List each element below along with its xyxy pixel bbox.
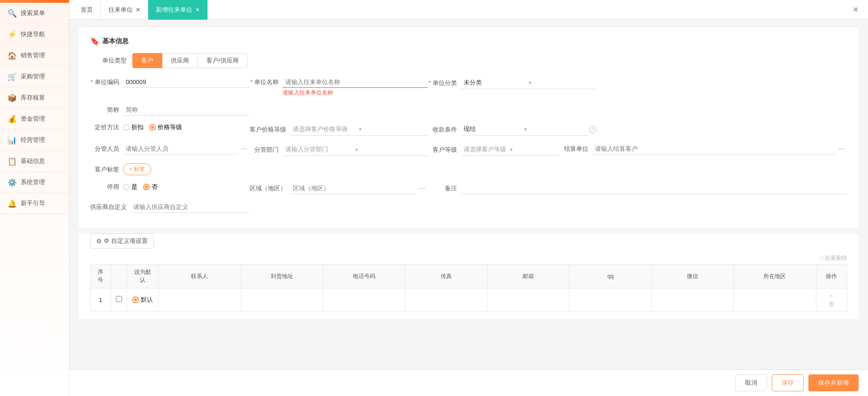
delete-row-icon[interactable]: 🗑 [826,300,837,308]
field-price-level: 客户价格等级 请选择客户价格等级 ▾ [250,123,428,136]
radio-discount[interactable]: 折扣 [123,123,144,132]
radio-yes[interactable]: 是 [123,183,137,191]
payment-terms-select[interactable]: 现结 ▾ [461,123,587,136]
pricing-radio-group: 折扣 价格等级 [123,123,182,132]
tab-home[interactable]: 首页 [73,0,101,20]
field-tag: 客户标签 + 标签 [90,163,847,175]
sidebar-item-newbie[interactable]: 🔔 新手引导 [0,193,69,214]
row-checkbox[interactable] [116,296,122,302]
cell-qq[interactable] [570,288,652,311]
add-tag-button[interactable]: + 标签 [123,163,151,175]
abbr-label: 简称 [90,106,123,114]
settlement-label: 结算单位 [559,145,592,153]
col-seq: 序号 [91,264,111,288]
customer-level-select[interactable]: 请选择客户等级 ▾ [461,143,559,156]
sidebar-item-operations[interactable]: 📊 经营管理 [0,130,69,151]
cell-checkbox[interactable] [111,288,127,311]
region-input[interactable] [290,183,416,194]
code-input[interactable] [123,77,250,88]
sidebar-item-finance[interactable]: 💰 资金管理 [0,109,69,130]
window-close-button[interactable]: ✕ [847,5,864,14]
category-label: 单位分类 [428,79,461,87]
payment-terms-value: 现结 [464,125,524,133]
inventory-icon: 📦 [8,93,17,102]
category-select[interactable]: 未分类 ▾ [461,77,597,89]
field-customer-level: 客户等级 请选择客户等级 ▾ [428,143,559,156]
section-icon: 🔖 [90,37,99,46]
department-label: 分管部门 [250,146,282,154]
cell-email[interactable] [487,288,569,311]
qq-input[interactable] [574,296,647,303]
sidebar-item-sales[interactable]: 🏠 销售管理 [0,45,69,66]
sidebar-item-inventory[interactable]: 📦 库存核算 [0,87,69,109]
field-code: 单位编码 [90,77,250,88]
sidebar-item-basicinfo[interactable]: 📋 基础信息 [0,151,69,172]
price-level-select[interactable]: 请选择客户价格等级 ▾ [290,123,428,136]
custom-settings-button[interactable]: ⚙ ⚙ 自定义项设置 [90,233,154,248]
radio-price-level-label: 价格等级 [158,123,182,132]
sidebar-item-purchase[interactable]: 🛒 采购管理 [0,66,69,87]
email-input[interactable] [492,296,564,303]
cell-wechat[interactable] [652,288,734,311]
settlement-more-icon[interactable]: ··· [836,145,847,153]
radio-discount-label: 折扣 [131,123,144,132]
section-title: 基本信息 [102,37,129,46]
region-more-icon[interactable]: ··· [416,184,428,193]
batch-delete-btn[interactable]: □ 批量删除 [90,254,847,262]
tab-new-partner-close[interactable]: ✕ [195,7,200,13]
fax-input[interactable] [410,296,482,303]
contact-input[interactable] [163,296,236,303]
payment-terms-help-icon[interactable]: ? [589,126,597,133]
field-supplier-custom: 供应商自定义 [90,202,250,213]
tag-label: 客户标签 [90,165,123,174]
radio-no[interactable]: 否 [143,183,158,191]
save-new-button[interactable]: 保存并新增 [808,374,859,391]
cell-address[interactable] [241,288,323,311]
settlement-input[interactable] [592,143,836,155]
disabled-label: 停用 [90,183,123,191]
sidebar-item-system[interactable]: ⚙️ 系统管理 [0,172,69,193]
department-arrow-icon: ▾ [355,147,425,153]
tab-partners[interactable]: 往来单位 ✕ [101,0,148,20]
sidebar: 🔍 搜索菜单 ⚡ 快捷导航 🏠 销售管理 🛒 采购管理 📦 库存核算 💰 资金管… [0,0,69,396]
sidebar-item-search[interactable]: 🔍 搜索菜单 [0,3,69,24]
type-btn-supplier[interactable]: 供应商 [162,53,198,68]
cell-fax[interactable] [405,288,487,311]
supplier-custom-input[interactable] [130,202,250,213]
region-row-input[interactable] [739,296,811,303]
add-row-icon[interactable]: ＋ [826,292,837,299]
cell-region[interactable] [734,288,816,311]
default-radio[interactable]: 默认 [132,295,153,304]
cell-phone[interactable] [323,288,405,311]
manager-input[interactable] [123,143,238,155]
field-disabled: 停用 是 否 [90,183,250,191]
type-btn-both[interactable]: 客户/供应商 [198,53,248,68]
supplier-custom-label: 供应商自定义 [90,203,130,211]
field-name: 单位名称 请输入往来单位名称 [250,77,428,97]
phone-input[interactable] [328,296,400,303]
wechat-input[interactable] [656,296,729,303]
sidebar-item-label: 新手引导 [21,199,45,208]
field-region: 区域（地区） ··· [250,183,428,194]
tab-new-partner[interactable]: 新增往来单位 ✕ [148,0,208,20]
abbr-input[interactable] [123,104,250,116]
tab-partners-close[interactable]: ✕ [136,7,140,13]
col-action: 操作 [816,264,847,288]
col-address: 到货地址 [241,264,323,288]
radio-price-level[interactable]: 价格等级 [149,123,182,132]
sidebar-item-label: 销售管理 [21,51,45,60]
manager-more-icon[interactable]: ··· [238,145,250,153]
notes-input[interactable] [461,183,847,194]
address-input[interactable] [246,296,318,303]
sidebar-item-quicknav[interactable]: ⚡ 快捷导航 [0,24,69,45]
cell-contact[interactable] [159,288,241,311]
customer-level-placeholder: 请选择客户等级 [464,145,510,154]
tabbar: 首页 往来单位 ✕ 新增往来单位 ✕ ✕ [69,0,868,20]
save-button[interactable]: 保存 [772,374,804,391]
type-btn-customer[interactable]: 客户 [132,53,162,68]
price-level-arrow-icon: ▾ [359,126,425,132]
name-input[interactable] [282,77,428,88]
col-region: 所在地区 [734,264,816,288]
department-select[interactable]: 请输入分管部门 ▾ [282,143,428,156]
cancel-button[interactable]: 取消 [735,374,767,391]
